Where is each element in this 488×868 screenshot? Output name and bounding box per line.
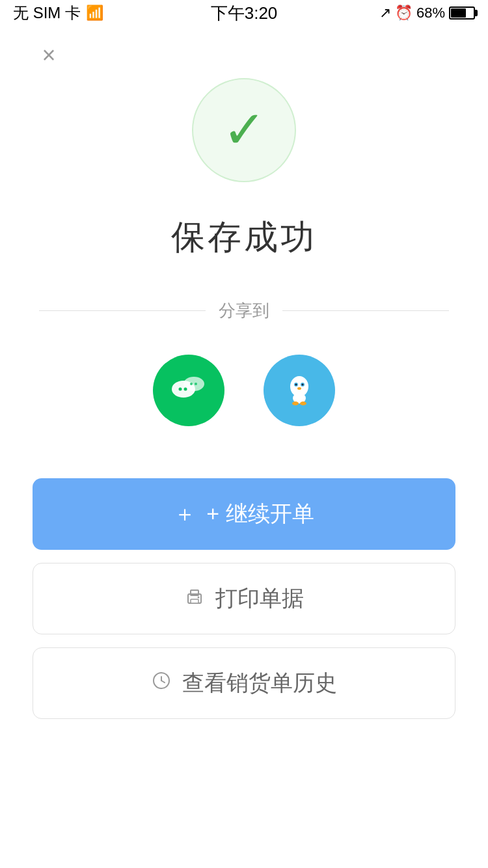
battery-bar [449,7,475,20]
carrier-text: 无 SIM 卡 [13,3,81,23]
printer-icon [184,586,205,612]
svg-point-18 [198,596,200,598]
wechat-icon [168,370,210,411]
alarm-icon: ⏰ [395,5,413,21]
location-icon: ↗ [379,5,391,21]
wechat-share-button[interactable] [153,355,224,426]
svg-point-11 [302,384,304,386]
svg-point-12 [297,387,301,390]
svg-point-10 [295,384,297,386]
status-right: ↗ ⏰ 68% [379,5,475,21]
share-divider: 分享到 [0,299,488,322]
close-button[interactable]: × [33,39,65,72]
divider-line-right [282,310,449,311]
divider-line-left [39,310,206,311]
qq-share-button[interactable] [264,355,335,426]
print-button[interactable]: 打印单据 [33,563,455,634]
svg-point-14 [300,401,306,405]
svg-point-4 [190,383,193,385]
svg-line-21 [161,681,165,683]
plus-icon: ＋ [174,499,196,529]
success-title: 保存成功 [171,215,317,260]
wifi-icon: 📶 [86,5,103,21]
svg-rect-17 [191,599,198,603]
svg-point-2 [179,388,182,391]
main-content: ✓ 保存成功 分享到 [0,26,488,719]
status-time: 下午3:20 [211,2,278,25]
history-label: 查看销货单历史 [182,668,337,698]
battery-fill [451,8,466,18]
success-circle: ✓ [192,78,296,182]
print-label: 打印单据 [215,584,304,614]
status-bar: 无 SIM 卡 📶 下午3:20 ↗ ⏰ 68% [0,0,488,26]
clock-icon [151,670,172,696]
battery-percentage: 68% [416,5,445,21]
qq-icon [278,370,320,411]
svg-point-3 [184,388,187,391]
share-label: 分享到 [219,299,269,322]
svg-point-13 [292,401,299,405]
continue-button[interactable]: ＋ + 继续开单 [33,478,455,550]
svg-point-5 [195,383,197,385]
history-button[interactable]: 查看销货单历史 [33,647,455,719]
checkmark-icon: ✓ [223,104,266,156]
close-icon: × [42,44,55,67]
share-icons-container [153,355,335,426]
continue-label: + 继续开单 [206,499,314,529]
status-left: 无 SIM 卡 📶 [13,3,103,23]
buttons-container: ＋ + 继续开单 打印单据 [0,478,488,719]
